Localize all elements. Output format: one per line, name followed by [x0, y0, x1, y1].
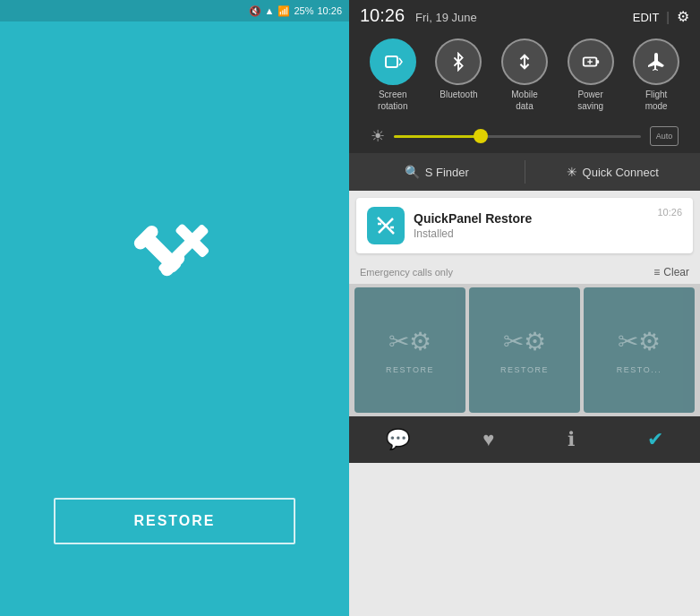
nav-info-icon[interactable]: ℹ	[568, 428, 575, 451]
notif-title: QuickPanel Restore	[414, 211, 648, 226]
emergency-row: Emergency calls only ≡ Clear	[349, 261, 700, 284]
recent-label-2: RESTORE	[500, 365, 549, 374]
quick-panel-header: Screenrotation Bluetooth Mobiledata	[349, 26, 700, 153]
mobile-data-label: Mobiledata	[511, 89, 537, 112]
status-icons: 🔇 ▲ 📶 25% 10:26	[249, 5, 342, 17]
clock-time: 10:26	[360, 5, 405, 26]
nav-heart-icon[interactable]: ♥	[482, 428, 494, 451]
flight-mode-icon-circle	[633, 38, 679, 85]
clear-icon: ≡	[653, 266, 660, 278]
restore-button[interactable]: RESTORE	[54, 498, 295, 544]
notif-content: QuickPanel Restore Installed	[414, 211, 648, 240]
search-icon: 🔍	[405, 165, 420, 179]
app-icon-area	[116, 21, 233, 498]
toggle-mobile-data[interactable]: Mobiledata	[501, 38, 548, 112]
emergency-text: Emergency calls only	[360, 267, 453, 278]
brightness-thumb	[474, 129, 488, 143]
power-saving-icon-circle	[568, 38, 614, 85]
battery-text: 25%	[294, 5, 313, 16]
auto-brightness-label: Auto	[656, 132, 673, 141]
clear-button[interactable]: ≡ Clear	[653, 266, 689, 278]
flight-mode-label: Flightmode	[645, 89, 668, 112]
edit-button[interactable]: EDIT	[633, 11, 660, 24]
brightness-slider[interactable]	[394, 135, 641, 138]
recent-tools-icon-1: ✂⚙	[388, 327, 431, 356]
power-saving-label: Powersaving	[577, 89, 603, 112]
brightness-fill	[394, 135, 481, 138]
recent-label-1: RESTORE	[386, 365, 434, 374]
screen-rotation-label: Screenrotation	[378, 89, 407, 112]
recent-app-3[interactable]: ✂⚙ RESTO...	[584, 287, 695, 413]
nav-message-icon[interactable]: 💬	[386, 428, 410, 451]
recent-app-2[interactable]: ✂⚙ RESTORE	[469, 287, 580, 413]
svg-rect-7	[596, 60, 599, 64]
mobile-data-icon-circle	[501, 38, 548, 85]
settings-gear-icon[interactable]: ⚙	[677, 8, 689, 25]
recent-app-1[interactable]: ✂⚙ RESTORE	[354, 287, 465, 413]
toggle-bluetooth[interactable]: Bluetooth	[435, 38, 482, 112]
quick-connect-button[interactable]: ✳ Quick Connect	[525, 153, 701, 191]
mute-icon: 🔇	[249, 5, 261, 17]
left-panel: 🔇 ▲ 📶 25% 10:26 RESTORE	[0, 0, 349, 616]
s-finder-button[interactable]: 🔍 S Finder	[349, 153, 525, 191]
recent-tools-icon-3: ✂⚙	[618, 327, 661, 356]
bluetooth-label: Bluetooth	[440, 89, 477, 100]
left-status-bar: 🔇 ▲ 📶 25% 10:26	[0, 0, 349, 21]
notification-card[interactable]: QuickPanel Restore Installed 10:26	[356, 198, 693, 253]
s-finder-label: S Finder	[425, 166, 469, 179]
quick-toggles-row: Screenrotation Bluetooth Mobiledata	[360, 33, 689, 121]
notif-time: 10:26	[657, 207, 682, 218]
toggle-screen-rotation[interactable]: Screenrotation	[370, 38, 416, 112]
recent-apps: ✂⚙ RESTORE ✂⚙ RESTORE ✂⚙ RESTO...	[349, 284, 700, 416]
brightness-sun-icon[interactable]: ☀	[371, 126, 385, 146]
restore-btn-area: RESTORE	[0, 498, 349, 616]
recent-label-3: RESTO...	[617, 365, 662, 374]
notif-app-icon	[367, 207, 405, 244]
bottom-nav: 💬 ♥ ℹ ✔	[349, 416, 700, 463]
toggle-power-saving[interactable]: Powersaving	[568, 38, 614, 112]
auto-brightness-box[interactable]: Auto	[650, 126, 679, 146]
nav-check-icon[interactable]: ✔	[647, 428, 663, 451]
time-row: 10:26 Fri, 19 June EDIT | ⚙	[349, 0, 700, 26]
toggle-flight-mode[interactable]: Flightmode	[633, 38, 679, 112]
status-time: 10:26	[317, 5, 342, 16]
recent-tools-icon-2: ✂⚙	[503, 327, 546, 356]
right-panel: 10:26 Fri, 19 June EDIT | ⚙ Screenrotati…	[349, 0, 700, 616]
clear-label: Clear	[663, 266, 689, 278]
signal-icon: 📶	[277, 5, 290, 17]
header-separator: |	[666, 10, 670, 24]
notif-sub: Installed	[414, 227, 648, 240]
screen-rotation-icon-circle	[370, 38, 416, 85]
brightness-row: ☀ Auto	[360, 121, 689, 153]
bluetooth-icon-circle	[435, 38, 482, 85]
svg-rect-5	[386, 56, 397, 67]
quick-connect-label: Quick Connect	[583, 166, 659, 179]
quick-connect-icon: ✳	[567, 165, 577, 179]
finder-row: 🔍 S Finder ✳ Quick Connect	[349, 153, 700, 191]
tools-icon	[116, 201, 233, 318]
date-display: Fri, 19 June	[415, 11, 477, 24]
notification-area: QuickPanel Restore Installed 10:26 Emerg…	[349, 191, 700, 616]
wifi-icon: ▲	[265, 5, 275, 16]
